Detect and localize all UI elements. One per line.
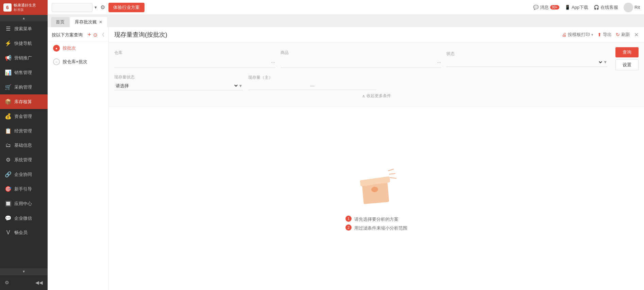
stock-qty-dash: — xyxy=(308,83,317,88)
plan-item-batch[interactable]: ● 按批次 xyxy=(48,41,108,55)
plan-item-warehouse-batch[interactable]: ○ 按仓库+批次 xyxy=(48,55,108,69)
sidebar-item-appcenter[interactable]: 🔲 应用中心 xyxy=(0,196,48,211)
sidebar-item-inventory[interactable]: 📦 库存核算 xyxy=(0,94,48,109)
sidebar-item-search[interactable]: ☰ 搜索菜单 xyxy=(0,21,48,36)
sidebar-item-newguide[interactable]: 🎯 新手引导 xyxy=(0,182,48,196)
sidebar-item-basic[interactable]: 🗂 基础信息 xyxy=(0,138,48,152)
right-panel: 现存量查询(按批次) 🖨 按模板打印 ▾ ⬆ 导出 ↻ 刷新 xyxy=(109,27,644,290)
content-area: 按以下方案查询 + ⊙ 《 ● 按批次 ○ 按仓库+批次 现存量查询(按批次) xyxy=(48,27,644,290)
query-button[interactable]: 查询 xyxy=(615,47,639,57)
settings-bottom-icon[interactable]: ⚙ xyxy=(3,278,11,287)
brand-name: 畅康通好生意 xyxy=(14,3,36,7)
sidebar-item-management[interactable]: 📋 经营管理 xyxy=(0,124,48,138)
sidebar-item-quicknav[interactable]: ⚡ 快捷导航 xyxy=(0,36,48,51)
sidebar-item-purchase[interactable]: 🛒 采购管理 xyxy=(0,80,48,94)
sidebar-header: 6 畅康通好生意 标准版 xyxy=(0,0,48,15)
message-button[interactable]: 💬 消息 99+ xyxy=(533,4,559,11)
warehouse-dots[interactable]: ··· xyxy=(271,59,275,65)
tip-2-text: 用过滤条件来缩小分析范围 xyxy=(354,224,407,233)
service-icon: 🎧 xyxy=(594,5,599,10)
sidebar-label-member: 畅会员 xyxy=(14,230,28,236)
tab-inventory-label: 库存批次账 xyxy=(75,19,97,25)
empty-tips: 1 请先选择要分析的方案 2 用过滤条件来缩小分析范围 xyxy=(345,215,407,233)
topbar-gear-icon[interactable]: ⚙ xyxy=(100,4,105,11)
warehouse-input[interactable] xyxy=(114,58,271,66)
sidebar-scroll-up[interactable]: ▲ xyxy=(0,15,48,21)
stock-status-label: 现存量状态 xyxy=(114,74,243,80)
search-dropdown-icon[interactable]: ▾ xyxy=(95,5,97,10)
plan-warehouse-label: 按仓库+批次 xyxy=(63,59,87,65)
plan-settings-icon[interactable]: ⊙ xyxy=(93,32,98,38)
sidebar-item-member[interactable]: V 畅会员 xyxy=(0,225,48,240)
marketing-icon: 📢 xyxy=(5,55,12,61)
search-input[interactable] xyxy=(52,3,92,12)
collapse-panel-icon[interactable]: 《 xyxy=(100,32,104,38)
sales-icon: 📊 xyxy=(5,69,12,76)
left-panel: 按以下方案查询 + ⊙ 《 ● 按批次 ○ 按仓库+批次 xyxy=(48,27,109,290)
print-label: 按模板打印 xyxy=(568,32,590,38)
tab-close-icon[interactable]: ✕ xyxy=(99,20,102,24)
status-select[interactable] xyxy=(446,59,603,65)
add-plan-icon[interactable]: + xyxy=(87,31,91,38)
filter-status: 状态 ▼ xyxy=(446,51,607,67)
page-title: 现存量查询(按批次) xyxy=(114,31,167,39)
sidebar-item-marketing[interactable]: 📢 营销推广 xyxy=(0,51,48,65)
sidebar-item-enterprise[interactable]: 🔗 企业协同 xyxy=(0,167,48,182)
tab-inventory-batch[interactable]: 库存批次账 ✕ xyxy=(70,17,107,27)
print-dropdown-icon[interactable]: ▾ xyxy=(591,33,593,37)
stock-qty-wrap: — xyxy=(248,82,377,90)
tip-1-text: 请先选择要分析的方案 xyxy=(354,215,399,224)
export-button[interactable]: ⬆ 导出 xyxy=(597,32,612,38)
management-icon: 📋 xyxy=(5,128,12,134)
enterprise-icon: 🔗 xyxy=(5,171,12,178)
goods-dots[interactable]: ··· xyxy=(437,59,441,65)
settings-button[interactable]: 设置 xyxy=(615,59,639,70)
tip-1-number: 1 xyxy=(345,216,352,222)
refresh-button[interactable]: ↻ 刷新 xyxy=(616,32,630,38)
left-panel-actions: + ⊙ 《 xyxy=(87,31,104,38)
sidebar-item-sales[interactable]: 📊 销售管理 xyxy=(0,65,48,80)
stock-status-select-wrap: 请选择 ▼ xyxy=(114,81,243,90)
export-label: 导出 xyxy=(603,32,612,38)
left-panel-title: 按以下方案查询 xyxy=(52,32,83,38)
tabbar: 首页 库存批次账 ✕ xyxy=(48,15,644,27)
sidebar-label-inventory: 库存核算 xyxy=(14,99,32,105)
sidebar-item-finance[interactable]: 💰 资金管理 xyxy=(0,109,48,124)
user-avatar-button[interactable]: Rit xyxy=(624,3,640,12)
print-button[interactable]: 🖨 按模板打印 ▾ xyxy=(562,32,593,38)
purchase-icon: 🛒 xyxy=(5,84,12,90)
empty-svg xyxy=(353,164,400,208)
collapse-icon: ∧ xyxy=(362,94,365,98)
sidebar-item-wechat[interactable]: 💬 企业微信 xyxy=(0,211,48,225)
sidebar-label-marketing: 营销推广 xyxy=(14,55,32,61)
message-label: 消息 xyxy=(540,4,549,11)
sidebar: 6 畅康通好生意 标准版 ▲ ☰ 搜索菜单 ⚡ 快捷导航 📢 营销推广 📊 销售… xyxy=(0,0,48,290)
collapse-sidebar-icon[interactable]: ◀◀ xyxy=(34,278,44,287)
stock-qty-from[interactable] xyxy=(248,83,308,88)
status-label: 状态 xyxy=(446,51,607,57)
header-actions: 🖨 按模板打印 ▾ ⬆ 导出 ↻ 刷新 ✕ xyxy=(562,32,639,38)
collapse-text: 收起更多条件 xyxy=(367,93,391,99)
service-button[interactable]: 🎧 在线客服 xyxy=(594,4,618,11)
brand-logo: 6 xyxy=(3,3,12,12)
filter-area: 仓库 ··· 商品 ··· xyxy=(109,42,644,107)
service-label: 在线客服 xyxy=(600,4,618,11)
goods-input[interactable] xyxy=(281,58,437,66)
sidebar-item-system[interactable]: ⚙ 系统管理 xyxy=(0,152,48,167)
plan-batch-icon: ● xyxy=(53,45,60,52)
right-panel-header: 现存量查询(按批次) 🖨 按模板打印 ▾ ⬆ 导出 ↻ 刷新 xyxy=(109,27,644,42)
stock-status-select[interactable]: 请选择 xyxy=(114,83,239,89)
status-select-wrap: ▼ xyxy=(446,58,607,67)
query-actions: 查询 设置 xyxy=(615,47,639,70)
user-name: Rit xyxy=(634,5,640,10)
sidebar-scroll-down[interactable]: ▼ xyxy=(0,268,48,275)
collapse-more-button[interactable]: ∧ 收起更多条件 xyxy=(114,90,639,102)
stock-qty-to[interactable] xyxy=(317,83,376,88)
sidebar-label-finance: 资金管理 xyxy=(14,113,32,120)
tab-home[interactable]: 首页 xyxy=(51,17,69,27)
app-download-button[interactable]: 📱 App下载 xyxy=(565,4,588,11)
warehouse-label: 仓库 xyxy=(114,50,275,56)
brand-version: 标准版 xyxy=(14,7,36,12)
industry-button[interactable]: 体验行业方案 xyxy=(108,3,145,12)
close-panel-icon[interactable]: ✕ xyxy=(634,32,639,38)
